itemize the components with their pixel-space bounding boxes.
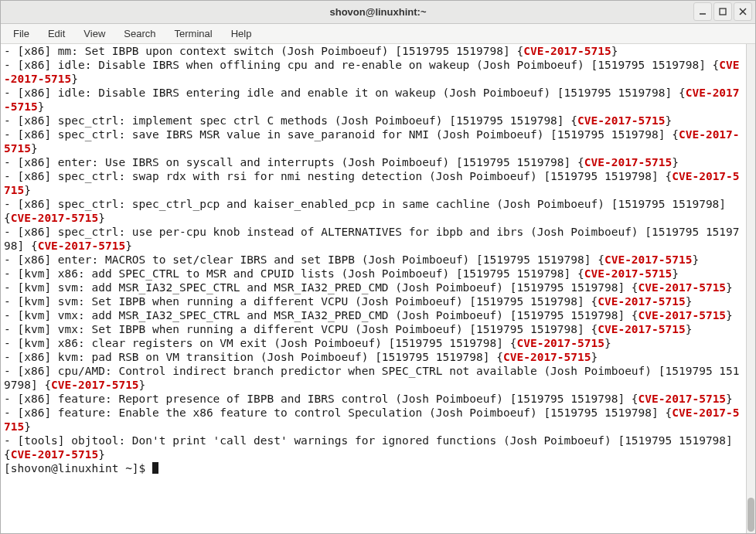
window-title: shovon@linuxhint:~	[1, 6, 755, 18]
menu-file[interactable]: File	[5, 26, 37, 42]
menu-terminal[interactable]: Terminal	[167, 26, 220, 42]
menu-edit[interactable]: Edit	[40, 26, 73, 42]
terminal-window: shovon@linuxhint:~ File Edit View Search…	[0, 0, 756, 534]
cve-id: CVE-2017-5715	[4, 87, 740, 113]
close-icon	[739, 8, 747, 15]
cve-id: CVE-2017-5715	[51, 379, 139, 391]
cve-id: CVE-2017-5715	[604, 253, 693, 266]
maximize-button[interactable]	[713, 2, 732, 21]
cursor	[152, 462, 158, 474]
cve-id: CVE-2017-5715	[503, 351, 591, 363]
cve-id: CVE-2017-5715	[38, 240, 126, 252]
close-button[interactable]	[734, 2, 752, 21]
cve-id: CVE-2017-5715	[11, 448, 99, 461]
terminal-output[interactable]: - [x86] mm: Set IBPB upon context switch…	[1, 44, 746, 533]
scrollbar-track[interactable]	[747, 44, 755, 533]
minimize-button[interactable]	[693, 2, 712, 21]
shell-prompt: [shovon@linuxhint ~]$	[4, 462, 152, 474]
cve-id: CVE-2017-5715	[639, 393, 727, 405]
cve-id: CVE-2017-5715	[516, 337, 604, 349]
menu-help[interactable]: Help	[223, 26, 260, 42]
scrollbar-thumb[interactable]	[747, 498, 754, 532]
cve-id: CVE-2017-5715	[584, 156, 673, 168]
window-controls	[693, 2, 752, 21]
menu-search[interactable]: Search	[116, 26, 163, 42]
cve-id: CVE-2017-5715	[598, 323, 686, 335]
menubar: File Edit View Search Terminal Help	[1, 24, 755, 44]
cve-id: CVE-2017-5715	[577, 114, 666, 127]
cve-id: CVE-2017-5715	[639, 281, 727, 294]
cve-id: CVE-2017-5715	[584, 267, 673, 280]
cve-id: CVE-2017-5715	[4, 128, 740, 155]
cve-id: CVE-2017-5715	[4, 59, 740, 85]
cve-id: CVE-2017-5715	[639, 309, 727, 321]
titlebar: shovon@linuxhint:~	[1, 1, 755, 24]
maximize-icon	[719, 8, 727, 15]
cve-id: CVE-2017-5715	[11, 212, 99, 224]
minimize-icon	[699, 8, 707, 15]
menu-view[interactable]: View	[76, 26, 113, 42]
cve-id: CVE-2017-5715	[4, 406, 740, 433]
cve-id: CVE-2017-5715	[4, 170, 740, 196]
cve-id: CVE-2017-5715	[598, 295, 686, 308]
svg-rect-0	[720, 9, 726, 15]
scrollbar[interactable]	[746, 44, 755, 533]
cve-id: CVE-2017-5715	[523, 45, 611, 57]
